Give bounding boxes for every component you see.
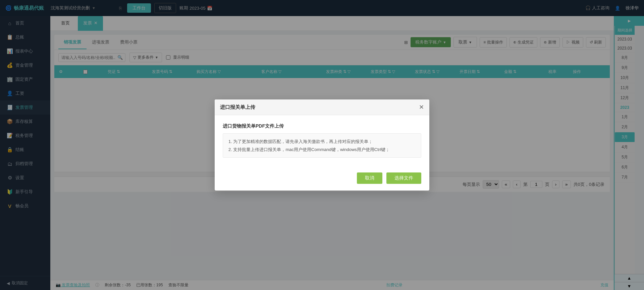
modal-footer: 取消 选择文件 xyxy=(215,168,429,191)
modal-info-line-2: 2. 支持批量上传进口报关单，mac用户使用Command键，windows用户… xyxy=(228,146,416,153)
modal-close-button[interactable]: ✕ xyxy=(419,103,424,111)
upload-modal: 进口报关单上传 ✕ 进口货物报关单PDF文件上传 1. 为了更加精准的数据匹配，… xyxy=(215,99,429,191)
modal-select-file-button[interactable]: 选择文件 xyxy=(386,172,421,184)
modal-info-box: 1. 为了更加精准的数据匹配，请先录入海关缴款书，再上传对应的报关单； 2. 支… xyxy=(223,133,421,158)
modal-section-title: 进口货物报关单PDF文件上传 xyxy=(223,123,421,129)
modal-body: 进口货物报关单PDF文件上传 1. 为了更加精准的数据匹配，请先录入海关缴款书，… xyxy=(215,115,429,168)
modal-title: 进口报关单上传 xyxy=(220,104,255,111)
modal-header: 进口报关单上传 ✕ xyxy=(215,99,429,115)
modal-info-line-1: 1. 为了更加精准的数据匹配，请先录入海关缴款书，再上传对应的报关单； xyxy=(228,138,416,145)
modal-cancel-button[interactable]: 取消 xyxy=(357,172,382,184)
modal-overlay: 进口报关单上传 ✕ 进口货物报关单PDF文件上传 1. 为了更加精准的数据匹配，… xyxy=(0,0,644,290)
